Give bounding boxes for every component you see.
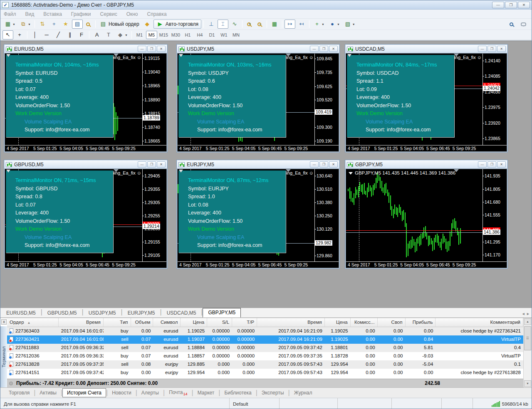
hline-button[interactable]: ─ bbox=[41, 30, 52, 39]
terminal-tab-алерты[interactable]: Алерты bbox=[137, 389, 163, 397]
terminal-side-tab[interactable]: Терминал bbox=[0, 326, 7, 387]
menu-item-Графики[interactable]: Графики bbox=[71, 11, 91, 17]
crosshair-button[interactable]: + bbox=[14, 30, 25, 39]
window-restore-button[interactable]: ❐ bbox=[505, 2, 517, 8]
menu-item-Вставка[interactable]: Вставка bbox=[43, 11, 62, 17]
chart-minimize-button[interactable]: — bbox=[138, 161, 146, 168]
cursor-button[interactable]: ↖ bbox=[2, 30, 13, 39]
chart-restore-button[interactable]: ❐ bbox=[487, 46, 496, 52]
scrollbar-down-icon[interactable]: ▼ bbox=[524, 380, 531, 387]
text-button[interactable]: A bbox=[92, 30, 102, 39]
column-header-8[interactable]: Время bbox=[257, 318, 325, 327]
chart-candles-button[interactable]: ⌶ bbox=[218, 20, 228, 29]
terminal-tab-новости[interactable]: Новости bbox=[108, 389, 135, 397]
chart-line-button[interactable]: ∿ bbox=[229, 20, 240, 29]
timeframe-M15[interactable]: M15 bbox=[158, 31, 169, 39]
column-header-6[interactable]: S/L bbox=[207, 318, 232, 327]
chart-close-button[interactable]: ✕ bbox=[157, 161, 166, 168]
menu-item-Вид[interactable]: Вид bbox=[25, 11, 35, 17]
scrollbar-up-icon[interactable]: ▲ bbox=[524, 318, 531, 325]
chart-plot-gbpjpy[interactable]: _Scalping_Ea_fix ☺GBPJPY,M5 141.435 141.… bbox=[346, 169, 483, 262]
timeframe-M1[interactable]: M1 bbox=[134, 31, 145, 39]
chart-shift-button[interactable]: ↤ bbox=[296, 20, 307, 29]
tile-windows-button[interactable]: ▦ bbox=[269, 20, 280, 29]
channel-button[interactable]: ∥ bbox=[64, 30, 75, 39]
chart-close-button[interactable]: ✕ bbox=[497, 46, 506, 52]
table-row[interactable]: 2276141512017.09.05 09:37:42buy0.00eurjp… bbox=[7, 369, 523, 377]
timeframe-M30[interactable]: M30 bbox=[170, 31, 181, 39]
market-watch-button[interactable]: ⇅ bbox=[37, 20, 48, 29]
chart-window-titlebar[interactable]: USDCAD,M5—❐✕ bbox=[346, 45, 507, 53]
table-row[interactable]: 2276118832017.09.05 09:36:32sell0.07euru… bbox=[7, 344, 523, 352]
chart-tab-gbpusd-m5[interactable]: GBPUSD,M5 bbox=[42, 309, 82, 318]
column-header-9[interactable]: Цена bbox=[325, 318, 351, 327]
chart-window-titlebar[interactable]: EURUSD,M5—❐✕ bbox=[5, 45, 167, 53]
auto-scroll-button[interactable]: ↦ bbox=[285, 20, 295, 29]
chart-minimize-button[interactable]: — bbox=[478, 46, 487, 52]
chart-window-titlebar[interactable]: EURJPY,M5—❐✕ bbox=[177, 160, 339, 169]
menu-item-Справка[interactable]: Справка bbox=[147, 11, 167, 17]
table-scrollbar[interactable]: ▲ ☰ ▼ bbox=[523, 318, 532, 387]
column-header-11[interactable]: Своп bbox=[378, 318, 406, 327]
terminal-tab-эксперты[interactable]: Эксперты bbox=[257, 389, 288, 397]
chart-close-button[interactable]: ✕ bbox=[329, 161, 338, 168]
chart-tab-gbpjpy-m5[interactable]: GBPJPY,M5 bbox=[203, 308, 241, 318]
chart-minimize-button[interactable]: — bbox=[138, 46, 146, 52]
timeframe-H1[interactable]: H1 bbox=[182, 31, 193, 39]
chart-tab-usdjpy-m5[interactable]: USDJPY,M5 bbox=[84, 309, 121, 318]
strategy-tester-button[interactable] bbox=[84, 20, 93, 29]
table-row[interactable]: 2276120362017.09.05 09:36:33buy0.07eurus… bbox=[7, 352, 523, 360]
indicators-button[interactable]: +▼ bbox=[312, 20, 326, 29]
templates-button[interactable]: ▧▼ bbox=[342, 20, 357, 29]
zoom-out-button[interactable]: − bbox=[255, 20, 265, 29]
menu-item-Сервис[interactable]: Сервис bbox=[100, 11, 117, 17]
chart-plot-usdjpy[interactable]: TerminalMonitor ON, 103ms, ~16msSymbol: … bbox=[178, 54, 315, 145]
terminal-tab-торговля[interactable]: Торговля bbox=[5, 389, 34, 397]
label-button[interactable]: T bbox=[103, 30, 114, 39]
search-button[interactable] bbox=[507, 20, 517, 29]
column-header-12[interactable]: Прибыль bbox=[406, 318, 436, 327]
new-chart-button[interactable]: ▦▼ bbox=[2, 20, 17, 29]
profiles-button[interactable]: ⧉▼ bbox=[18, 20, 32, 29]
new-order-button[interactable]: ▤Новый ордер bbox=[98, 20, 141, 29]
chart-restore-button[interactable]: ❐ bbox=[147, 46, 156, 52]
chart-close-button[interactable]: ✕ bbox=[329, 46, 338, 52]
terminal-tab-история-счета[interactable]: История Счета bbox=[62, 388, 106, 397]
chart-window-titlebar[interactable]: USDJPY,M5—❐✕ bbox=[177, 45, 339, 53]
chart-minimize-button[interactable]: — bbox=[478, 161, 487, 168]
chart-restore-button[interactable]: ❐ bbox=[487, 161, 496, 168]
window-minimize-button[interactable]: — bbox=[492, 2, 504, 8]
chart-close-button[interactable]: ✕ bbox=[497, 161, 506, 168]
metaeditor-button[interactable]: ◆ bbox=[142, 20, 153, 29]
chart-minimize-button[interactable]: — bbox=[310, 161, 319, 168]
scrollbar-thumb[interactable]: ☰ bbox=[524, 326, 531, 350]
timeframe-MN[interactable]: MN bbox=[230, 31, 242, 39]
column-header-10[interactable]: Комисс... bbox=[351, 318, 378, 327]
fibonacci-button[interactable]: F bbox=[76, 30, 87, 39]
chart-close-button[interactable]: ✕ bbox=[157, 46, 166, 52]
chart-tab-usdcad-m5[interactable]: USDCAD,M5 bbox=[162, 309, 201, 318]
column-header-5[interactable]: Цена bbox=[181, 318, 207, 327]
table-row[interactable]: 2273634212017.09.04 16:01:08sell0.07euru… bbox=[7, 335, 523, 344]
vline-button[interactable]: │ bbox=[30, 30, 40, 39]
autotrade-button[interactable]: ▶Авто-торговля bbox=[153, 20, 201, 29]
chart-restore-button[interactable]: ❐ bbox=[319, 46, 328, 52]
tab-scroll-buttons[interactable]: ◄ ► bbox=[522, 312, 530, 316]
data-window-button[interactable]: + bbox=[49, 20, 59, 29]
chart-window-titlebar[interactable]: GBPJPY,M5—❐✕ bbox=[346, 160, 507, 169]
terminal-tab-маркет[interactable]: Маркет bbox=[193, 389, 219, 397]
navigator-button[interactable]: ★ bbox=[60, 20, 71, 29]
terminal-panel-button[interactable]: ▤ bbox=[72, 20, 83, 29]
terminal-tab-журнал[interactable]: Журнал bbox=[290, 389, 317, 397]
timeframe-D1[interactable]: D1 bbox=[206, 31, 218, 39]
chat-button[interactable] bbox=[517, 20, 530, 29]
terminal-close-button[interactable]: x bbox=[1, 319, 7, 325]
column-header-2[interactable]: Тип bbox=[104, 318, 131, 327]
column-header-0[interactable]: Ордер▲ bbox=[7, 318, 59, 327]
chart-restore-button[interactable]: ❐ bbox=[147, 161, 156, 168]
terminal-tab-почта[interactable]: Почта14 bbox=[165, 388, 191, 397]
chart-plot-usdcad[interactable]: TerminalMonitor ON, 84ms, ~17msSymbol: U… bbox=[346, 54, 483, 145]
column-header-4[interactable]: Символ bbox=[153, 318, 181, 327]
terminal-tab-библиотека[interactable]: Библиотека bbox=[220, 389, 255, 397]
zoom-in-button[interactable]: + bbox=[245, 20, 254, 29]
